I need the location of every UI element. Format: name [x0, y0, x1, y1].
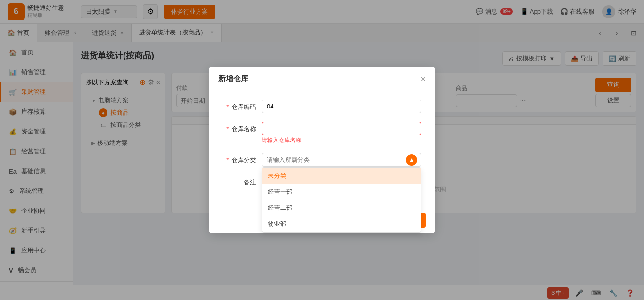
- required-star: *: [226, 103, 229, 110]
- required-star-cat: *: [226, 157, 229, 164]
- warehouse-name-input[interactable]: [262, 122, 421, 135]
- category-dropdown: 未分类 经营一部 经营二部 物业部: [262, 167, 421, 233]
- category-input[interactable]: [262, 153, 421, 167]
- category-option-property[interactable]: 物业部: [262, 216, 421, 232]
- warehouse-name-error: 请输入仓库名称: [262, 136, 421, 144]
- warehouse-category-label: * 仓库分类: [223, 153, 256, 165]
- dialog-overlay: 新增仓库 × * 仓库编码 * 仓库名称 请输入仓库名称: [0, 0, 644, 300]
- category-option-unclassified[interactable]: 未分类: [262, 168, 421, 184]
- category-option-dept1[interactable]: 经营一部: [262, 184, 421, 200]
- category-option-dept2[interactable]: 经营二部: [262, 200, 421, 216]
- warehouse-code-row: * 仓库编码: [223, 100, 421, 113]
- category-input-wrap: ▲ 未分类 经营一部 经营二部 物业部: [262, 153, 421, 167]
- warehouse-name-label: * 仓库名称: [223, 122, 256, 133]
- warehouse-category-row: * 仓库分类 ▲ 未分类 经营一部 经营二部 物业部: [223, 153, 421, 167]
- warehouse-code-input[interactable]: [262, 100, 421, 113]
- add-warehouse-dialog: 新增仓库 × * 仓库编码 * 仓库名称 请输入仓库名称: [209, 67, 435, 233]
- warehouse-name-row: * 仓库名称 请输入仓库名称: [223, 122, 421, 144]
- dialog-close-button[interactable]: ×: [421, 75, 426, 83]
- required-star-name: *: [226, 125, 229, 133]
- remark-label: 备注: [223, 175, 256, 187]
- warehouse-name-wrap: 请输入仓库名称: [262, 122, 421, 144]
- dialog-title: 新增仓库: [218, 74, 248, 84]
- category-toggle-button[interactable]: ▲: [406, 154, 417, 166]
- dialog-body: * 仓库编码 * 仓库名称 请输入仓库名称 *: [209, 90, 435, 207]
- warehouse-code-label: * 仓库编码: [223, 100, 256, 111]
- dialog-header: 新增仓库 ×: [209, 67, 435, 90]
